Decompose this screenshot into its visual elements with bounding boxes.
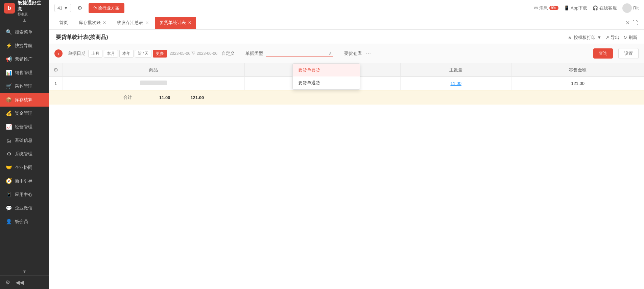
warehouse-more-icon[interactable]: ··· <box>366 50 371 57</box>
date-btn-7days[interactable]: 近7天 <box>135 50 151 58</box>
tab-close-order-stats[interactable]: ✕ <box>188 20 191 25</box>
dropdown-item-order-goods[interactable]: 要货单要货 <box>293 64 360 76</box>
purchase-icon: 🛒 <box>5 83 12 90</box>
dropdown-item-order-return[interactable]: 要货单退货 <box>293 76 360 89</box>
table-cell-amount: 121.00 <box>511 77 644 90</box>
footer-amount: 121.00 <box>191 95 204 100</box>
messages-badge: 99+ <box>549 6 558 10</box>
table-amount-header: 零售金额 <box>511 63 644 77</box>
refresh-icon: ↻ <box>623 35 627 40</box>
page-title: 要货单统计表(按商品) <box>56 34 108 41</box>
tab-inventory-batch[interactable]: 库存批次账 ✕ <box>74 17 111 29</box>
sidebar-item-inventory[interactable]: 📦 库存核算 <box>0 93 49 107</box>
tab-close-receivable-summary[interactable]: ✕ <box>145 20 149 25</box>
topbar-left: 41 ▼ ⚙ 体验行业方案 <box>54 3 124 13</box>
phone-icon: 📱 <box>564 5 569 10</box>
message-icon: ✉ <box>534 5 538 10</box>
sidebar-scroll-down[interactable]: ▼ <box>0 268 49 275</box>
date-btn-more[interactable]: 更多 <box>153 50 167 58</box>
sidebar-settings-icon[interactable]: ⚙ <box>5 279 10 286</box>
date-btn-this-month[interactable]: 本月 <box>104 50 118 58</box>
marketing-icon: 📢 <box>5 56 12 63</box>
date-filter-group: 单据日期 上月 本月 本年 近7天 更多 2023-05-06 至 2023-0… <box>68 50 235 58</box>
type-filter-input-wrap: ∧ <box>266 50 333 57</box>
search-button[interactable]: 查询 <box>593 48 613 59</box>
settings-button[interactable]: 设置 <box>618 48 639 59</box>
sidebar-item-member[interactable]: 👤 畅会员 <box>0 215 49 228</box>
filter-bar: › 单据日期 上月 本月 本年 近7天 更多 2023-05-06 至 2023… <box>49 44 644 63</box>
headset-icon: 🎧 <box>593 5 598 10</box>
topbar-settings-icon[interactable]: ⚙ <box>75 3 85 13</box>
sidebar-item-guide[interactable]: 🧭 新手引导 <box>0 174 49 188</box>
app-download-action[interactable]: 📱 App下载 <box>564 5 587 11</box>
appstore-icon: 📱 <box>5 191 12 198</box>
print-button[interactable]: 🖨 按模板打印 ▼ <box>568 35 601 41</box>
date-btn-last-month[interactable]: 上月 <box>88 50 102 58</box>
date-btn-this-year[interactable]: 本年 <box>119 50 134 58</box>
sidebar-item-basic[interactable]: 🗂 基础信息 <box>0 134 49 147</box>
sidebar-item-system[interactable]: ⚙ 系统管理 <box>0 147 49 161</box>
refresh-button[interactable]: ↻ 刷新 <box>623 35 637 41</box>
dropdown-container: 要货单要货 要货单退货 ⚙ 商品 主计量单位 主数量 零售金额 <box>49 63 644 90</box>
footer-label: 合计 <box>123 94 132 101</box>
print-chevron-icon: ▼ <box>597 35 601 40</box>
app-logo: b 畅捷通好生意 标准版 <box>0 0 49 16</box>
tab-close-all-icon[interactable]: ✕ <box>625 19 630 27</box>
date-shortcuts: 上月 本月 本年 近7天 更多 <box>88 50 167 58</box>
sidebar-bottom: ⚙ ◀◀ <box>0 275 49 289</box>
search-icon: 🔍 <box>5 29 12 36</box>
table-quantity-header: 主数量 <box>401 63 511 77</box>
table-cell-quantity: 11.00 <box>401 77 511 90</box>
tabbar: 首页 库存批次账 ✕ 收发存汇总表 ✕ 要货单统计表 ✕ ✕ ⛶ <box>49 16 644 30</box>
sidebar-item-operation[interactable]: 📈 经营管理 <box>0 120 49 134</box>
footer-quantity: 11.00 <box>159 95 170 100</box>
export-button[interactable]: ↗ 导出 <box>605 35 619 41</box>
table-footer: 合计 11.00 121.00 <box>49 90 644 105</box>
sidebar-item-appstore[interactable]: 📱 应用中心 <box>0 188 49 201</box>
type-filter-input[interactable] <box>266 50 333 57</box>
tab-receivable-summary[interactable]: 收发存汇总表 ✕ <box>112 17 153 29</box>
tab-close-inventory-batch[interactable]: ✕ <box>103 20 106 25</box>
type-dropdown: 要货单要货 要货单退货 <box>292 63 360 90</box>
filter-toggle-button[interactable]: › <box>54 49 63 58</box>
user-avatar-action[interactable]: Rit <box>622 3 639 13</box>
topbar-right: ✉ 消息 99+ 📱 App下载 🎧 在线客服 Rit <box>534 3 639 13</box>
export-icon: ↗ <box>605 35 609 40</box>
basic-icon: 🗂 <box>5 137 12 144</box>
sidebar-item-shortcut[interactable]: ⚡ 快捷导航 <box>0 39 49 52</box>
main-content: 41 ▼ ⚙ 体验行业方案 ✉ 消息 99+ 📱 App下载 🎧 在线客服 R <box>49 0 644 289</box>
tab-order-stats[interactable]: 要货单统计表 ✕ <box>155 17 196 29</box>
sidebar-item-purchase[interactable]: 🛒 采购管理 <box>0 80 49 93</box>
type-filter-clear-icon[interactable]: ∧ <box>329 51 332 56</box>
tab-home[interactable]: 首页 <box>54 17 73 29</box>
date-filter-label: 单据日期 <box>68 50 86 57</box>
tab-expand-icon[interactable]: ⛶ <box>632 19 639 27</box>
sidebar-nav: 🔍 搜索菜单 ⚡ 快捷导航 📢 营销推广 📊 销售管理 🛒 采购管理 📦 库存核… <box>0 24 49 268</box>
sidebar-item-marketing[interactable]: 📢 营销推广 <box>0 52 49 66</box>
avatar <box>622 3 632 13</box>
sidebar-scroll-up[interactable]: ▲ <box>0 16 49 24</box>
custom-date-label[interactable]: 自定义 <box>221 50 235 57</box>
logo-icon: b <box>4 3 15 14</box>
messages-action[interactable]: ✉ 消息 99+ <box>534 5 558 11</box>
sidebar-item-finance[interactable]: 💰 资金管理 <box>0 107 49 120</box>
shortcut-icon: ⚡ <box>5 42 12 49</box>
trial-button[interactable]: 体验行业方案 <box>89 3 124 13</box>
sidebar-item-collab[interactable]: 🤝 企业协同 <box>0 161 49 174</box>
online-service-action[interactable]: 🎧 在线客服 <box>593 5 617 11</box>
company-selector[interactable]: 41 ▼ <box>54 4 71 12</box>
system-icon: ⚙ <box>5 151 12 157</box>
table-cell-goods <box>63 77 244 90</box>
sidebar-collapse-icon[interactable]: ◀◀ <box>16 279 24 286</box>
sidebar-item-sales[interactable]: 📊 销售管理 <box>0 66 49 80</box>
page-actions: 🖨 按模板打印 ▼ ↗ 导出 ↻ 刷新 <box>568 35 637 41</box>
type-filter-label: 单据类型 <box>245 50 263 57</box>
inventory-icon: 📦 <box>5 96 12 103</box>
table-gear-header[interactable]: ⚙ <box>49 63 63 77</box>
page-content: 要货单统计表(按商品) 🖨 按模板打印 ▼ ↗ 导出 ↻ 刷新 › <box>49 30 644 289</box>
print-icon: 🖨 <box>568 35 572 40</box>
sidebar-item-search[interactable]: 🔍 搜索菜单 <box>0 25 49 39</box>
sales-icon: 📊 <box>5 69 12 76</box>
sidebar-item-wecom[interactable]: 💬 企业微信 <box>0 201 49 215</box>
topbar: 41 ▼ ⚙ 体验行业方案 ✉ 消息 99+ 📱 App下载 🎧 在线客服 R <box>49 0 644 16</box>
